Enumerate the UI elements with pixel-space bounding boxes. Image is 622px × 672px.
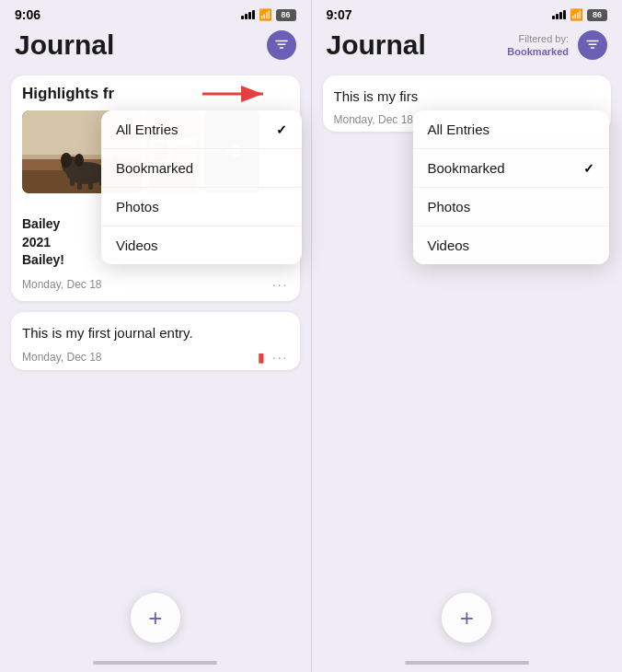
dropdown-item-all-entries[interactable]: All Entries bbox=[413, 110, 610, 149]
dropdown-item-photos[interactable]: Photos bbox=[101, 188, 302, 226]
right-filter-button[interactable] bbox=[578, 30, 607, 60]
dropdown-item-photos[interactable]: Photos bbox=[413, 188, 610, 226]
right-status-time: 9:07 bbox=[327, 7, 352, 22]
battery-icon: 86 bbox=[587, 9, 607, 21]
plus-icon: + bbox=[148, 606, 162, 630]
left-journal-entry-card[interactable]: This is my first journal entry. Monday, … bbox=[11, 312, 300, 370]
entry-text: This is my first journal entry. bbox=[22, 323, 289, 342]
right-app-header: Journal Filtered by: Bookmarked bbox=[312, 26, 623, 68]
dropdown-item-all-entries[interactable]: All Entries ✓ bbox=[101, 110, 302, 149]
right-phone-panel: 9:07 📶 86 Journal Filtered by: Bookmarke… bbox=[312, 0, 623, 672]
right-home-indicator bbox=[405, 661, 529, 665]
highlights-card-date: Monday, Dec 18 bbox=[22, 278, 102, 291]
signal-bars-icon bbox=[241, 10, 255, 19]
left-dropdown-menu[interactable]: All Entries ✓ Bookmarked Photos Videos bbox=[101, 110, 302, 264]
plus-icon: + bbox=[460, 606, 474, 630]
dropdown-item-label: Bookmarked bbox=[116, 160, 193, 176]
more-options-icon[interactable]: ··· bbox=[272, 350, 289, 365]
dropdown-item-label: All Entries bbox=[428, 122, 490, 137]
checkmark-icon: ✓ bbox=[276, 122, 287, 137]
left-phone-panel: 9:06 📶 86 Journal bbox=[0, 0, 311, 672]
svg-rect-0 bbox=[275, 41, 288, 42]
svg-rect-23 bbox=[586, 41, 599, 42]
filter-lines-icon bbox=[584, 37, 601, 53]
right-app-title: Journal bbox=[327, 29, 426, 61]
wifi-icon: 📶 bbox=[259, 8, 272, 21]
checkmark-icon: ✓ bbox=[583, 161, 594, 176]
svg-rect-24 bbox=[589, 44, 597, 46]
right-entry-text: This is my firs bbox=[334, 87, 601, 106]
svg-rect-25 bbox=[591, 47, 595, 49]
right-status-icons: 📶 86 bbox=[552, 8, 607, 21]
right-filter-area: Filtered by: Bookmarked bbox=[507, 30, 607, 60]
dropdown-item-label: Bookmarked bbox=[428, 160, 505, 176]
dropdown-item-label: Videos bbox=[116, 238, 158, 253]
entry-actions: ▮ ··· bbox=[258, 350, 289, 365]
left-status-time: 9:06 bbox=[15, 7, 40, 22]
bookmark-icon[interactable]: ▮ bbox=[258, 350, 265, 365]
highlights-card-date-row: Monday, Dec 18 ··· bbox=[22, 272, 289, 295]
left-add-button[interactable]: + bbox=[131, 593, 180, 643]
left-home-indicator bbox=[93, 661, 217, 665]
svg-point-13 bbox=[75, 154, 84, 167]
entry-date-row: Monday, Dec 18 ▮ ··· bbox=[22, 350, 289, 365]
dropdown-item-label: Photos bbox=[428, 199, 471, 214]
wifi-icon: 📶 bbox=[570, 8, 583, 21]
filter-label: Filtered by: Bookmarked bbox=[507, 32, 569, 59]
dropdown-item-bookmarked[interactable]: Bookmarked bbox=[101, 149, 302, 188]
dropdown-item-label: Videos bbox=[428, 238, 470, 253]
svg-rect-1 bbox=[277, 44, 285, 46]
svg-rect-2 bbox=[279, 47, 283, 49]
dropdown-item-label: Photos bbox=[116, 199, 159, 214]
svg-rect-16 bbox=[70, 179, 75, 186]
dropdown-item-bookmarked[interactable]: Bookmarked ✓ bbox=[413, 149, 610, 188]
left-filter-button[interactable] bbox=[267, 30, 296, 60]
dropdown-item-videos[interactable]: Videos bbox=[101, 226, 302, 264]
svg-rect-14 bbox=[77, 180, 82, 190]
dropdown-item-label: All Entries bbox=[116, 122, 179, 137]
entry-date: Monday, Dec 18 bbox=[22, 351, 102, 364]
left-add-button-area: + bbox=[0, 578, 311, 661]
left-status-icons: 📶 86 bbox=[241, 8, 296, 21]
left-status-bar: 9:06 📶 86 bbox=[0, 0, 311, 26]
filter-lines-icon bbox=[273, 37, 290, 53]
right-status-bar: 9:07 📶 86 bbox=[312, 0, 623, 26]
instructional-arrow bbox=[199, 81, 272, 110]
right-dropdown-menu[interactable]: All Entries Bookmarked ✓ Photos Videos bbox=[413, 110, 610, 264]
right-add-button[interactable]: + bbox=[442, 593, 491, 643]
dropdown-item-videos[interactable]: Videos bbox=[413, 226, 610, 264]
signal-bars-icon bbox=[552, 10, 566, 19]
left-filter-area bbox=[267, 30, 296, 60]
arrow-icon bbox=[199, 81, 272, 107]
filter-value: Bookmarked bbox=[507, 45, 569, 58]
battery-icon: 86 bbox=[276, 9, 296, 21]
filter-prefix: Filtered by: bbox=[507, 32, 569, 45]
left-app-title: Journal bbox=[15, 29, 114, 61]
right-add-button-area: + bbox=[312, 578, 623, 661]
svg-rect-15 bbox=[88, 180, 93, 190]
svg-point-12 bbox=[61, 153, 72, 168]
left-app-header: Journal bbox=[0, 26, 311, 68]
more-options-icon[interactable]: ··· bbox=[272, 277, 289, 292]
right-entry-date: Monday, Dec 18 bbox=[334, 113, 414, 126]
